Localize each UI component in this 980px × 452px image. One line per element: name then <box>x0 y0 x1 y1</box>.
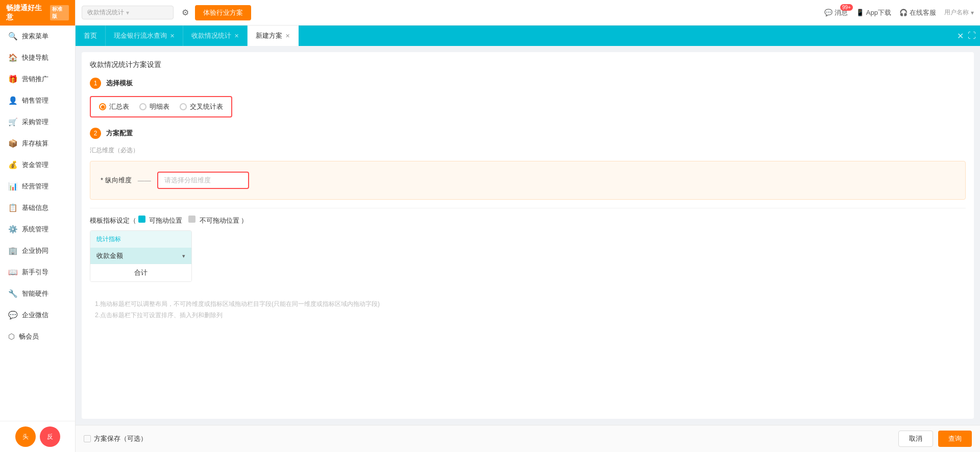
tab-home-label: 首页 <box>84 31 97 40</box>
tab-payment-stat-close-icon[interactable]: ✕ <box>234 33 239 39</box>
operations-icon: 📊 <box>8 182 18 191</box>
member-icon: ⬡ <box>8 332 15 341</box>
settings-icon[interactable]: ⚙ <box>182 8 189 17</box>
sidebar-item-label: 快捷导航 <box>22 53 48 62</box>
indicator-config-section: 模板指标设定（ 可拖动位置 不可拖动位置 ） 统计指标 <box>90 208 966 283</box>
radio-detail-label: 明细表 <box>150 102 169 111</box>
cancel-button[interactable]: 取消 <box>898 431 933 447</box>
summary-dimension-text: 汇总维度（必选） <box>90 147 139 154</box>
template-option-detail[interactable]: 明细表 <box>139 102 169 111</box>
tab-new-plan-close-icon[interactable]: ✕ <box>285 33 290 39</box>
tab-bar-actions: ✕ ⛶ <box>957 31 980 41</box>
tab-bank-flow-close-icon[interactable]: ✕ <box>170 33 175 39</box>
col-header-label: 收款金额 <box>96 251 123 260</box>
online-service-button[interactable]: 🎧 在线客服 <box>899 8 936 17</box>
tip-text-2: 2.点击标题栏下拉可设置排序、插入列和删除列 <box>95 310 961 321</box>
sidebar-item-member[interactable]: ⬡ 畅会员 <box>0 326 75 347</box>
sidebar-item-purchase[interactable]: 🛒 采购管理 <box>0 111 75 133</box>
sidebar-bottom: 头 反 <box>0 421 75 452</box>
user-avatar[interactable]: 用户名称 ▾ <box>944 8 974 17</box>
message-badge: 99+ <box>840 4 853 11</box>
page-title: 收款情况统计方案设置 <box>90 60 966 69</box>
radio-cross-label: 交叉统计表 <box>190 102 223 111</box>
step1-title: 选择模板 <box>106 79 133 88</box>
sidebar-item-search-menu[interactable]: 🔍 搜索菜单 <box>0 26 75 47</box>
tip-text-1: 1.拖动标题栏可以调整布局，不可跨维度或指标区域拖动栏目字段(只能在同一维度或指… <box>95 299 961 310</box>
sidebar-item-label: 营销推广 <box>22 75 48 84</box>
template-option-cross[interactable]: 交叉统计表 <box>180 102 223 111</box>
user-label: 用户名称 <box>944 8 969 17</box>
sidebar-item-quick-nav[interactable]: 🏠 快捷导航 <box>0 47 75 68</box>
tab-bank-flow-label: 现金银行流水查询 <box>114 31 167 40</box>
vertical-label: * 纵向维度 <box>101 176 132 185</box>
header-right: 💬 消息 99+ 📱 App下载 🎧 在线客服 用户名称 ▾ <box>824 8 974 17</box>
indicator-col-header[interactable]: 收款金额 ▾ <box>90 248 191 264</box>
app-download-label: App下载 <box>866 8 891 17</box>
sidebar-item-sales[interactable]: 👤 销售管理 <box>0 90 75 111</box>
indicator-row-total: 合计 <box>90 264 191 281</box>
dimension-placeholder: 请选择分组维度 <box>164 176 211 184</box>
not-draggable-badge <box>188 216 195 223</box>
tab-home[interactable]: 首页 <box>76 26 106 46</box>
sidebar-logo: 畅捷通好生意 标准版 <box>0 0 75 26</box>
col-dropdown-icon[interactable]: ▾ <box>182 253 185 259</box>
sidebar-item-smart-hardware[interactable]: 🔧 智能硬件 <box>0 283 75 304</box>
step2-title: 方案配置 <box>106 129 133 138</box>
sidebar-item-operations[interactable]: 📊 经营管理 <box>0 176 75 197</box>
summary-dimension-label: 汇总维度（必选） <box>90 146 966 155</box>
sidebar-item-enterprise-coop[interactable]: 🏢 企业协同 <box>0 240 75 261</box>
sidebar-item-beginner-guide[interactable]: 📖 新手引导 <box>0 261 75 283</box>
sidebar-item-label: 新手引导 <box>22 268 48 277</box>
step2-number: 2 <box>90 128 101 139</box>
smart-hardware-icon: 🔧 <box>8 289 18 298</box>
footer-bar: 方案保存（可选） 取消 查询 <box>76 425 980 452</box>
sidebar-item-label: 系统管理 <box>22 225 48 234</box>
sidebar-item-enterprise-wechat[interactable]: 💬 企业微信 <box>0 304 75 326</box>
enterprise-wechat-icon: 💬 <box>8 311 18 320</box>
marketing-icon: 🎁 <box>8 75 18 84</box>
sidebar-item-funds[interactable]: 💰 资金管理 <box>0 154 75 176</box>
sidebar-item-sys-manage[interactable]: ⚙️ 系统管理 <box>0 219 75 240</box>
sidebar-item-inventory[interactable]: 📦 库存核算 <box>0 133 75 154</box>
sys-manage-icon: ⚙️ <box>8 225 18 234</box>
app-download-button[interactable]: 📱 App下载 <box>856 8 891 17</box>
service-icon: 🎧 <box>899 9 908 16</box>
sidebar-bottom-btn1[interactable]: 头 <box>15 426 36 447</box>
search-menu-icon: 🔍 <box>8 32 18 41</box>
sidebar-item-label: 智能硬件 <box>22 289 48 298</box>
edition-badge: 标准版 <box>50 5 69 20</box>
sidebar-item-basic-info[interactable]: 📋 基础信息 <box>0 197 75 219</box>
tips-section: 1.拖动标题栏可以调整布局，不可跨维度或指标区域拖动栏目字段(只能在同一维度或指… <box>90 294 966 326</box>
footer-actions: 取消 查询 <box>898 431 972 447</box>
quick-nav-icon: 🏠 <box>8 53 18 62</box>
page-container: 收款情况统计方案设置 1 选择模板 汇总表 明细表 <box>82 52 974 419</box>
tab-new-plan[interactable]: 新建方案 ✕ <box>248 26 299 46</box>
sidebar-bottom-btn2[interactable]: 反 <box>40 426 60 447</box>
indicator-config-text: 模板指标设定（ 可拖动位置 不可拖动位置 ） <box>90 216 248 225</box>
save-checkbox[interactable] <box>84 435 91 442</box>
industry-button[interactable]: 体验行业方案 <box>195 5 251 20</box>
tab-bank-flow[interactable]: 现金银行流水查询 ✕ <box>106 26 183 46</box>
message-button[interactable]: 💬 消息 99+ <box>824 8 848 17</box>
tab-payment-stat[interactable]: 收款情况统计 ✕ <box>183 26 248 46</box>
indicator-table: 统计指标 收款金额 ▾ 合计 <box>90 230 192 282</box>
top-header: 收款情况统计 ▾ ⚙ 体验行业方案 💬 消息 99+ 📱 App下载 🎧 在线客… <box>76 0 980 26</box>
dimension-select[interactable]: 请选择分组维度 <box>157 172 249 189</box>
template-option-summary[interactable]: 汇总表 <box>99 102 129 111</box>
sidebar-item-marketing[interactable]: 🎁 营销推广 <box>0 68 75 90</box>
tab-close-all-icon[interactable]: ✕ <box>957 31 964 41</box>
vertical-dimension-row: * 纵向维度 —— 请选择分组维度 <box>101 172 955 189</box>
step1-header: 1 选择模板 <box>90 78 966 89</box>
tab-bar: 首页 现金银行流水查询 ✕ 收款情况统计 ✕ 新建方案 ✕ ✕ ⛶ <box>76 26 980 46</box>
sidebar-item-label: 畅会员 <box>19 332 39 341</box>
save-label: 方案保存（可选） <box>94 434 147 443</box>
step1-section: 1 选择模板 汇总表 明细表 交叉统计表 <box>90 78 966 117</box>
download-icon: 📱 <box>856 9 864 16</box>
tab-maximize-icon[interactable]: ⛶ <box>968 31 976 40</box>
funds-icon: 💰 <box>8 160 18 170</box>
breadcrumb: 收款情况统计 ▾ <box>82 6 174 19</box>
query-button[interactable]: 查询 <box>938 431 972 447</box>
online-service-label: 在线客服 <box>910 8 936 17</box>
sidebar-item-label: 资金管理 <box>22 160 48 170</box>
message-icon: 💬 <box>824 9 832 16</box>
